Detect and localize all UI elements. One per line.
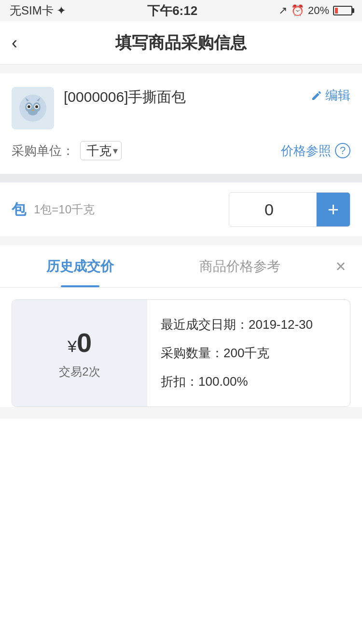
unit-select-wrap[interactable]: 千克 包	[80, 141, 122, 160]
svg-point-6	[35, 105, 38, 108]
location-icon: ↗	[278, 4, 287, 17]
tab-active-indicator	[61, 285, 99, 287]
svg-point-5	[28, 105, 30, 108]
tabs-panel: 历史成交价 商品价格参考 × ¥0 交易2次 最近成交日期：2019-12-30…	[0, 245, 362, 407]
section-divider	[0, 174, 362, 182]
price-trades: 交易2次	[59, 364, 100, 379]
product-name: [0000006]手撕面包	[64, 87, 186, 107]
quantity-plus-button[interactable]: +	[316, 193, 350, 226]
price-quantity-row: 采购数量：200千克	[161, 344, 336, 363]
unit-label: 采购单位：	[12, 142, 74, 159]
product-header: [0000006]手撕面包 编辑	[12, 87, 350, 129]
product-thumbnail	[12, 87, 54, 129]
tab-close-button[interactable]: ×	[320, 245, 362, 288]
product-left: [0000006]手撕面包	[12, 87, 186, 129]
unit-select[interactable]: 千克 包	[80, 141, 122, 160]
owl-icon	[18, 94, 47, 123]
price-amount: ¥0	[68, 327, 92, 358]
tab-history-price[interactable]: 历史成交价	[0, 245, 160, 287]
product-info: [0000006]手撕面包	[64, 87, 186, 107]
quantity-label: 包 1包=10千克	[12, 200, 95, 220]
status-right: ↗ ⏰ 20%	[278, 4, 352, 17]
price-ref-button[interactable]: 价格参照 ?	[281, 142, 350, 159]
help-icon: ?	[335, 143, 350, 158]
edit-button[interactable]: 编辑	[311, 87, 350, 104]
quantity-row: 包 1包=10千克 +	[0, 182, 362, 237]
edit-icon	[311, 90, 322, 101]
page-title: 填写商品采购信息	[115, 32, 247, 54]
battery-icon	[333, 6, 352, 15]
quantity-control: +	[229, 192, 350, 227]
tab-price-reference[interactable]: 商品价格参考	[160, 245, 320, 287]
tabs-header: 历史成交价 商品价格参考 ×	[0, 245, 362, 288]
price-left-panel: ¥0 交易2次	[12, 300, 147, 406]
alarm-icon: ⏰	[291, 4, 304, 17]
back-button[interactable]: ‹	[12, 33, 17, 53]
product-card: [0000006]手撕面包 编辑 采购单位： 千克 包 价格参照 ?	[0, 73, 362, 174]
svg-point-0	[19, 95, 46, 122]
status-left: 无SIM卡 ✦	[10, 3, 66, 18]
unit-row: 采购单位： 千克 包	[12, 141, 122, 160]
price-discount-row: 折扣：100.00%	[161, 372, 336, 391]
battery-percent: 20%	[308, 4, 329, 17]
price-right-panel: 最近成交日期：2019-12-30 采购数量：200千克 折扣：100.00%	[147, 300, 350, 406]
nav-bar: ‹ 填写商品采购信息	[0, 21, 362, 65]
product-meta: 采购单位： 千克 包 价格参照 ?	[12, 141, 350, 160]
carrier-text: 无SIM卡 ✦	[10, 3, 66, 18]
unit-conversion: 1包=10千克	[34, 202, 95, 217]
status-time: 下午6:12	[147, 2, 197, 19]
price-date-row: 最近成交日期：2019-12-30	[161, 315, 336, 334]
quantity-input[interactable]	[229, 193, 316, 226]
package-unit: 包	[12, 200, 26, 220]
price-card: ¥0 交易2次 最近成交日期：2019-12-30 采购数量：200千克 折扣：…	[12, 299, 350, 407]
status-bar: 无SIM卡 ✦ 下午6:12 ↗ ⏰ 20%	[0, 0, 362, 21]
white-space	[0, 419, 362, 644]
price-ref-label: 价格参照	[281, 142, 331, 159]
